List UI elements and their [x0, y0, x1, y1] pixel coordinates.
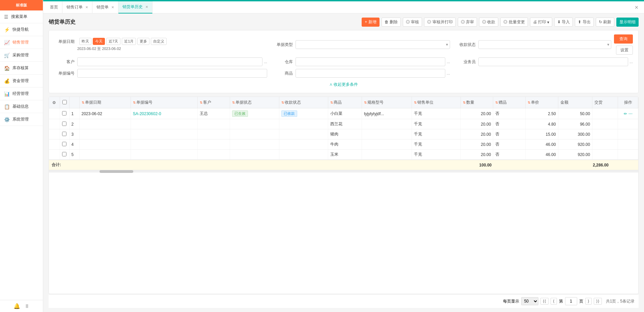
date-btn-more[interactable]: 更多 [137, 38, 149, 45]
first-page-button[interactable]: ⟨⟨ [540, 298, 549, 305]
row-settings-cell [49, 119, 60, 129]
row-checkbox-0[interactable] [62, 111, 66, 115]
sort-icon7: ⇅ [364, 101, 367, 104]
th-unit[interactable]: ⇅销售单位 [412, 97, 460, 108]
batch-change-button[interactable]: ◎ 批量变更 [500, 18, 528, 27]
delete-button[interactable]: 🗑 删除 [382, 18, 401, 27]
th-amount: 金额 [558, 97, 592, 108]
pause-icon[interactable]: ⏸ [24, 303, 30, 309]
date-btn-today[interactable]: 今天 [93, 38, 105, 45]
row-action-cell [618, 129, 638, 139]
date-btn-7days[interactable]: 近7天 [106, 38, 120, 45]
sidebar-item-finance[interactable]: 💰 资金管理 [0, 75, 43, 87]
audit-button[interactable]: ◎ 审核 [403, 18, 422, 27]
th-collect-status[interactable]: ⇅收款状态 [279, 97, 328, 108]
salesperson-label: 业务员 [455, 59, 476, 65]
sidebar-item-label: 采购管理 [12, 52, 29, 58]
date-btn-custom[interactable]: 自定义 [151, 38, 167, 45]
import-button[interactable]: ⬇ 导入 [554, 18, 573, 27]
more-action[interactable]: ⋯ [628, 111, 633, 116]
tab-close-all-button[interactable]: ✕ [632, 5, 641, 10]
tab-bar: 首页 销售订单 ✕ 销货单 ✕ 销货单历史 ✕ ✕ [43, 1, 644, 14]
sidebar-item-quick-nav[interactable]: ⚡ 快捷导航 [0, 23, 43, 36]
goods-dots[interactable]: ... [447, 71, 450, 76]
th-unit-price[interactable]: ⇅单价 [526, 97, 558, 108]
tab-sales-goods[interactable]: 销货单 ✕ [92, 1, 118, 14]
row-gift-cell: 否 [493, 150, 526, 160]
new-button[interactable]: + 新增 [362, 18, 379, 27]
row-checkbox-2[interactable] [62, 132, 66, 136]
th-doc-status[interactable]: ⇅单据状态 [230, 97, 279, 108]
salesperson-input[interactable] [478, 57, 628, 66]
sidebar-item-sales-mgmt[interactable]: 📈 销售管理 [0, 36, 43, 49]
last-page-button[interactable]: ⟩⟩ [594, 298, 602, 305]
customer-dots[interactable]: ... [264, 59, 267, 64]
export-button[interactable]: ⬆ 导出 [575, 18, 593, 27]
query-button[interactable]: 查询 [614, 34, 633, 44]
edit-action[interactable]: ✏ [624, 111, 627, 116]
filter-row-1: 单据日期 昨天 今天 近7天 近1月 更多 自定义 2023-06-02 至 2… [54, 34, 633, 55]
show-detail-button[interactable]: 显示明细 [616, 18, 639, 27]
th-goods[interactable]: ⇅商品 [328, 97, 362, 108]
next-page-button[interactable]: ⟩ [585, 298, 592, 305]
print-dropdown-icon[interactable]: ▾ [547, 20, 549, 25]
row-transaction-cell [592, 119, 618, 129]
collect-button[interactable]: ◎ 收款 [479, 18, 498, 27]
th-quantity[interactable]: ⇅数量 [461, 97, 493, 108]
collect-status-select[interactable] [478, 40, 611, 49]
row-customer-cell: 王总 [198, 108, 230, 119]
per-page-select[interactable]: 50 20 100 [521, 297, 538, 305]
th-spec[interactable]: ⇅规格型号 [362, 97, 412, 108]
audit-print-button[interactable]: ◎ 审核并打印 [424, 18, 455, 27]
print-button[interactable]: 🖨 打印 ▾ [530, 18, 552, 27]
sidebar-item-operations[interactable]: 📊 经营管理 [0, 87, 43, 100]
sidebar-item-inventory[interactable]: 🏠 库存核算 [0, 62, 43, 75]
date-btn-1month[interactable]: 近1月 [122, 38, 136, 45]
date-filter-buttons: 昨天 今天 近7天 近1月 更多 自定义 [79, 38, 167, 45]
customer-input[interactable] [77, 57, 262, 66]
th-gift[interactable]: ⇅赠品 [493, 97, 526, 108]
prev-page-button[interactable]: ⟨ [551, 298, 557, 305]
select-all-checkbox[interactable] [62, 100, 67, 104]
warehouse-dots[interactable]: ... [447, 59, 450, 64]
refresh-button[interactable]: ↻ 刷新 [596, 18, 614, 27]
row-checkbox-1[interactable] [62, 122, 66, 126]
th-doc-date[interactable]: ⇅单据日期 [79, 97, 131, 108]
filter-settings-button[interactable]: 设置 [616, 46, 633, 55]
row-doc-number-cell[interactable]: SA-20230602-0 [131, 108, 198, 119]
th-doc-number[interactable]: ⇅单据编号 [131, 97, 198, 108]
salesperson-dots[interactable]: ... [629, 59, 633, 64]
tab-sales-order-close[interactable]: ✕ [85, 5, 88, 9]
sidebar-item-sys-mgmt[interactable]: ⚙️ 系统管理 [0, 113, 43, 126]
tab-home[interactable]: 首页 [46, 1, 62, 14]
sidebar-item-basic-info[interactable]: 📋 基础信息 [0, 100, 43, 113]
sort-icon9: ⇅ [463, 101, 466, 104]
row-action-cell [618, 139, 638, 150]
sidebar-item-purchase-mgmt[interactable]: 🛒 采购管理 [0, 49, 43, 62]
goods-input[interactable] [296, 69, 445, 78]
date-btn-yesterday[interactable]: 昨天 [79, 38, 91, 45]
tab-sales-history-close[interactable]: ✕ [145, 5, 148, 9]
th-action: 操作 [618, 97, 638, 108]
page-number-input[interactable]: 1 [565, 297, 577, 305]
horizontal-scrollbar[interactable] [49, 170, 638, 173]
row-customer-cell [198, 150, 230, 160]
sidebar-item-label: 经营管理 [12, 91, 29, 97]
row-checkbox-4[interactable] [62, 152, 66, 156]
tab-sales-history[interactable]: 销货单历史 ✕ [118, 1, 152, 14]
row-checkbox-3[interactable] [62, 142, 66, 146]
th-settings[interactable]: ⚙ [49, 97, 60, 108]
collapse-button[interactable]: ∧ 收起更多条件 [54, 80, 633, 89]
doc-type-select[interactable] [296, 40, 450, 49]
doc-number-input[interactable] [77, 69, 267, 78]
warehouse-input[interactable] [296, 57, 445, 66]
tab-sales-order[interactable]: 销售订单 ✕ [62, 1, 92, 14]
notification-icon[interactable]: 🔔 [13, 303, 20, 309]
sidebar-item-label: 基础信息 [12, 104, 29, 109]
th-customer[interactable]: ⇅客户 [198, 97, 230, 108]
scrollbar-thumb[interactable] [100, 170, 133, 173]
toolbar: + 新增 🗑 删除 ◎ 审核 ◎ 审核并打印 ◎ 弃审 ◎ 收款 ◎ 批量变更 … [362, 18, 639, 27]
discard-button[interactable]: ◎ 弃审 [458, 18, 477, 27]
tab-sales-goods-close[interactable]: ✕ [111, 5, 114, 9]
sidebar-item-search-menu[interactable]: ☰ 搜索菜单 [0, 10, 43, 23]
